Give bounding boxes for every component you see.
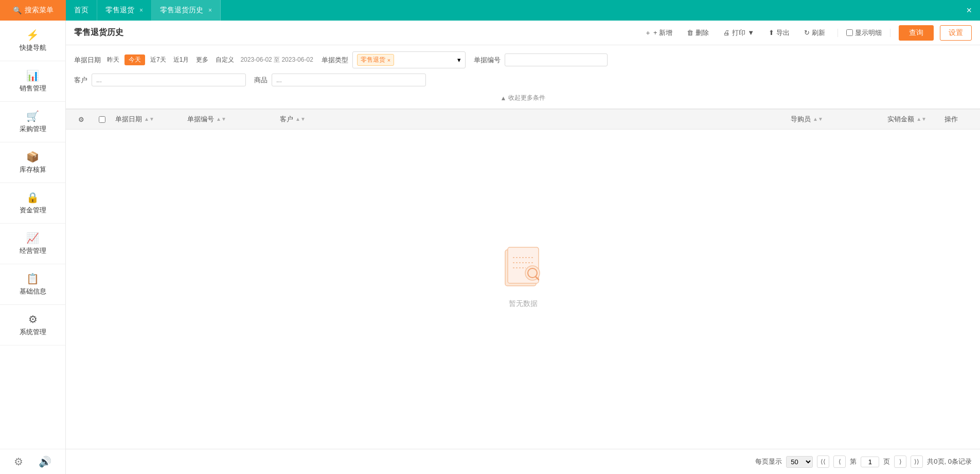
tab-retail-return-history-close[interactable]: × <box>208 7 212 14</box>
sidebar-bottom: ⚙ 🔊 <box>0 449 65 474</box>
refresh-button[interactable]: ↻ 刷新 <box>800 26 829 40</box>
sidebar-item-basic-info[interactable]: 📋 基础信息 <box>0 264 65 305</box>
type-filter-field: 单据类型 零售退货 × ▾ <box>322 51 466 68</box>
add-icon: ＋ <box>645 28 651 38</box>
tab-home[interactable]: 首页 <box>66 0 97 21</box>
type-select-arrow: ▾ <box>457 56 461 64</box>
first-page-button[interactable]: ⟨⟨ <box>817 455 829 468</box>
page-header: 零售退货历史 ＋ + 新增 🗑 删除 🖨 打印 ▼ ⬆ 导出 <box>66 21 980 45</box>
sidebar-item-finance[interactable]: 🔒 资金管理 <box>0 183 65 224</box>
type-tag: 零售退货 × <box>357 54 394 66</box>
add-button[interactable]: ＋ + 新增 <box>640 26 676 40</box>
page-input[interactable] <box>861 457 879 467</box>
th-customer-label: 客户 <box>280 115 293 124</box>
divider <box>838 29 838 37</box>
sidebar-item-label-operations: 经营管理 <box>20 246 46 256</box>
date-option-yesterday[interactable]: 昨天 <box>105 54 121 65</box>
select-all-checkbox[interactable] <box>99 116 105 123</box>
th-checkbox[interactable] <box>93 116 111 123</box>
goods-filter-label: 商品 <box>254 76 268 85</box>
goods-input[interactable] <box>272 74 426 86</box>
tab-retail-return-history-label: 零售退货历史 <box>160 6 203 15</box>
page-label: 第 <box>850 457 857 466</box>
sidebar-item-label-inventory: 库存核算 <box>20 165 46 174</box>
delete-icon: 🗑 <box>687 29 693 37</box>
th-settings[interactable]: ⚙ <box>74 116 93 123</box>
th-order[interactable]: 单据编号 ▲▼ <box>183 115 276 124</box>
prev-page-button[interactable]: ⟨ <box>833 455 846 468</box>
order-filter-field: 单据编号 <box>474 53 608 66</box>
sidebar-item-purchase[interactable]: 🛒 采购管理 <box>0 102 65 142</box>
export-button[interactable]: ⬆ 导出 <box>764 26 794 40</box>
sidebar-item-quick-nav[interactable]: ⚡ 快捷导航 <box>0 21 65 61</box>
basic-info-icon: 📋 <box>26 272 39 285</box>
th-action-label: 操作 <box>945 115 958 124</box>
search-area[interactable]: 🔍 搜索菜单 <box>0 0 66 21</box>
next-page-button[interactable]: ⟩ <box>894 455 906 468</box>
sort-date-icon: ▲▼ <box>144 117 154 122</box>
th-customer[interactable]: 客户 ▲▼ <box>276 115 787 124</box>
filter-row-2: 客户 商品 <box>74 74 972 86</box>
date-option-1month[interactable]: 近1月 <box>171 54 191 65</box>
th-date[interactable]: 单据日期 ▲▼ <box>111 115 183 124</box>
type-tag-close[interactable]: × <box>387 57 390 63</box>
top-bar: 🔍 搜索菜单 首页 零售退货 × 零售退货历史 × × <box>0 0 980 21</box>
tab-retail-return-history[interactable]: 零售退货历史 × <box>152 0 221 21</box>
tab-list: 首页 零售退货 × 零售退货历史 × <box>66 0 958 21</box>
page-unit: 页 <box>883 457 890 466</box>
th-guide[interactable]: 导购员 ▲▼ <box>787 115 869 124</box>
date-option-more[interactable]: 更多 <box>194 54 210 65</box>
last-page-button[interactable]: ⟩⟩ <box>911 455 923 468</box>
sidebar: ⚡ 快捷导航 📊 销售管理 🛒 采购管理 📦 库存核算 🔒 资金管理 📈 经营管… <box>0 21 66 474</box>
th-date-label: 单据日期 <box>115 115 142 124</box>
export-icon: ⬆ <box>769 29 774 37</box>
sort-amount-icon: ▲▼ <box>916 117 926 122</box>
sidebar-item-system[interactable]: ⚙ 系统管理 <box>0 305 65 345</box>
empty-text: 暂无数据 <box>509 299 538 308</box>
th-amount-label: 实销金额 <box>887 115 914 124</box>
customer-input[interactable] <box>92 74 246 86</box>
sidebar-item-label-basic-info: 基础信息 <box>20 287 46 296</box>
show-detail-checkbox[interactable] <box>846 29 853 36</box>
quick-nav-icon: ⚡ <box>26 29 39 41</box>
collapse-arrow-icon: ▲ <box>501 95 507 102</box>
per-page-label: 每页显示 <box>755 457 782 466</box>
filter-area: 单据日期 昨天 今天 近7天 近1月 更多 自定义 2023-06-02 至 2… <box>66 45 980 109</box>
volume-icon[interactable]: 🔊 <box>39 455 51 468</box>
th-order-label: 单据编号 <box>187 115 214 124</box>
tab-retail-return[interactable]: 零售退货 × <box>97 0 152 21</box>
date-option-today[interactable]: 今天 <box>124 54 145 65</box>
print-button[interactable]: 🖨 打印 ▼ <box>719 26 758 40</box>
total-text: 共0页, 0条记录 <box>927 457 972 466</box>
sidebar-item-label-purchase: 采购管理 <box>20 124 46 134</box>
show-detail-toggle[interactable]: 显示明细 <box>846 28 882 38</box>
th-amount[interactable]: 实销金额 ▲▼ <box>869 115 931 124</box>
header-actions: ＋ + 新增 🗑 删除 🖨 打印 ▼ ⬆ 导出 ↻ <box>640 25 972 41</box>
settings-button[interactable]: 设置 <box>940 25 972 41</box>
date-filter-field: 单据日期 昨天 今天 近7天 近1月 更多 自定义 2023-06-02 至 2… <box>74 54 313 65</box>
per-page-select[interactable]: 50 10 20 100 <box>786 456 813 468</box>
sidebar-item-label-system: 系统管理 <box>20 327 46 337</box>
main-content: 零售退货历史 ＋ + 新增 🗑 删除 🖨 打印 ▼ ⬆ 导出 <box>66 21 980 474</box>
date-options: 昨天 今天 近7天 近1月 更多 自定义 <box>105 54 236 65</box>
print-dropdown-icon: ▼ <box>747 29 754 37</box>
delete-button[interactable]: 🗑 删除 <box>683 26 713 40</box>
search-icon: 🔍 <box>13 6 22 14</box>
sidebar-item-operations[interactable]: 📈 经营管理 <box>0 224 65 264</box>
tab-retail-return-close[interactable]: × <box>139 7 143 14</box>
sidebar-item-inventory[interactable]: 📦 库存核算 <box>0 142 65 183</box>
sidebar-item-label-sales: 销售管理 <box>20 84 46 93</box>
sidebar-item-sales[interactable]: 📊 销售管理 <box>0 61 65 102</box>
date-option-7days[interactable]: 近7天 <box>148 54 168 65</box>
date-option-custom[interactable]: 自定义 <box>213 54 236 65</box>
sales-icon: 📊 <box>26 69 39 82</box>
collapse-button[interactable]: ▲ 收起更多条件 <box>501 94 546 102</box>
order-input[interactable] <box>505 53 608 66</box>
refresh-icon: ↻ <box>804 29 810 37</box>
settings-bottom-icon[interactable]: ⚙ <box>14 455 23 468</box>
type-select[interactable]: 零售退货 × ▾ <box>352 51 466 68</box>
query-button[interactable]: 查询 <box>899 25 934 41</box>
customer-filter-field: 客户 <box>74 74 246 86</box>
window-close-button[interactable]: × <box>958 5 980 16</box>
table-area: ⚙ 单据日期 ▲▼ 单据编号 ▲▼ 客户 ▲▼ 导购员 <box>66 109 980 474</box>
